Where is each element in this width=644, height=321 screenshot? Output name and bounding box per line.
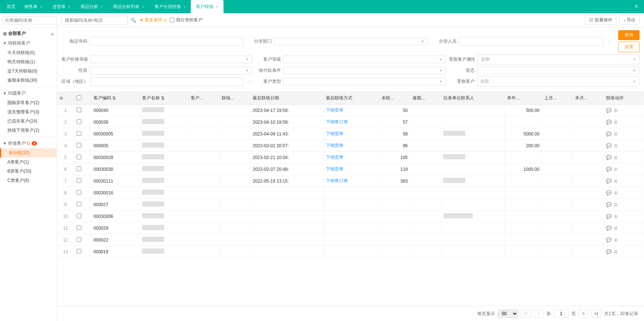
reset-button[interactable]: 设置 [618,42,640,52]
th-last-month[interactable]: 上月... [542,92,573,105]
grid-action-icon[interactable]: ⊞ [614,237,617,243]
retail-customer-select[interactable]: 全部 ▼ [477,77,640,87]
grid-action-icon[interactable]: ⊞ [614,190,617,195]
category-search-input[interactable] [2,16,57,24]
home-tab[interactable]: 首页 [3,0,19,13]
collapse-sidebar-icon[interactable]: « [51,31,54,37]
phone-input[interactable] [89,37,243,46]
grid-action-icon[interactable]: ⊞ [614,155,617,160]
row-last-method-1[interactable]: 下销货单 [323,105,379,116]
close-customer-segment-icon[interactable]: × [183,4,186,9]
row-last-method-3[interactable]: 下销货单 [323,128,379,140]
th-checkbox[interactable] [74,92,91,105]
region-input[interactable] [90,77,243,86]
person-more-icon[interactable]: ··· [606,39,612,44]
dept-select[interactable]: ▼ [274,38,427,45]
page-size-select[interactable]: 50 100 200 [498,309,518,318]
message-icon[interactable]: 💬 [606,179,612,184]
payment-select[interactable]: ▼ [283,67,446,74]
search-input[interactable] [61,16,128,25]
row-checkbox-7[interactable] [74,175,91,187]
th-uncontacted[interactable]: 未联... [379,92,410,105]
my-customers-checkbox-label[interactable]: 我分管的客户 [170,17,203,23]
sidebar-item-churned[interactable]: 已流失客户(24) [0,117,57,126]
message-icon[interactable]: 💬 [606,214,612,219]
nature-select[interactable]: ▼ [89,67,252,74]
row-checkbox-1[interactable] [74,105,91,116]
th-last-method[interactable]: 最后联络方式 [323,92,379,105]
th-settings[interactable]: ⚙ [57,92,74,105]
th-code[interactable]: 客户编码 ⇅ [91,92,140,105]
tab-product-analysis-list[interactable]: 商品分析列表 × [108,0,149,13]
message-icon[interactable]: 💬 [606,226,612,231]
sidebar-item-overdue-pending[interactable]: 逾期未联络(30) [0,76,57,85]
message-icon[interactable]: 💬 [606,249,612,254]
row-checkbox-12[interactable] [74,234,91,246]
row-last-method-4[interactable]: 下销货单 [323,140,379,152]
person-input[interactable] [459,37,603,46]
last-page-button[interactable]: >| [591,310,601,318]
my-customers-checkbox[interactable] [170,18,175,22]
search-button[interactable]: 🔍 [131,18,136,23]
row-checkbox-6[interactable] [74,163,91,175]
row-checkbox-8[interactable] [74,187,91,199]
settings-icon[interactable]: ⚙ [59,96,63,101]
sidebar-item-churn-warning[interactable]: 流失预警客户(3) [0,107,57,117]
sidebar-item-today-pending[interactable]: 今天待联络(0) [0,48,57,57]
sidebar-item-b-class[interactable]: B类客户(33) [0,167,57,176]
problem-customers-group[interactable]: ▼ 问题客户 [0,88,57,98]
grid-action-icon[interactable]: ⊞ [614,214,617,219]
batch-operation-button[interactable]: ☑ 批量操作 [585,15,616,25]
sidebar-item-a-class[interactable]: A类客户(1) [0,158,57,167]
row-checkbox-9[interactable] [74,199,91,211]
value-customers-group[interactable]: ▼ 价值客户 ↻ ● [0,138,57,148]
message-icon[interactable]: 💬 [606,143,612,148]
sidebar-item-abnormal-hoarding[interactable]: 囤购异常客户(2) [0,98,57,107]
close-sales-order-icon[interactable]: × [40,4,42,9]
grid-action-icon[interactable]: ⊞ [614,167,617,172]
row-last-method-6[interactable]: 下销货单 [323,163,379,175]
region-more-icon[interactable]: ··· [246,79,252,84]
grid-action-icon[interactable]: ⊞ [614,249,617,254]
close-product-analysis-list-icon[interactable]: × [142,4,144,9]
row-checkbox-2[interactable] [74,116,91,128]
page-number-input[interactable] [554,310,569,318]
message-icon[interactable]: 💬 [606,120,612,125]
tab-product-analysis[interactable]: 商品分析 × [75,0,108,13]
message-icon[interactable]: 💬 [606,190,612,195]
row-checkbox-13[interactable] [74,246,91,258]
sidebar-item-7day-pending[interactable]: 近7天待联络(0) [0,67,57,76]
row-checkbox-4[interactable] [74,140,91,152]
sidebar-item-c-class[interactable]: C类客户(6) [0,176,57,185]
row-checkbox-11[interactable] [74,222,91,234]
th-year-amount[interactable]: 本年... [505,92,542,105]
sidebar-item-ungrouped[interactable]: 未分组(32) [0,148,57,158]
th-type[interactable]: 客户... [189,92,219,105]
query-button[interactable]: 查询 [618,30,640,40]
grid-action-icon[interactable]: ⊞ [614,202,617,207]
message-icon[interactable]: 💬 [606,202,612,207]
grid-action-icon[interactable]: ⊞ [614,143,617,148]
refresh-icon[interactable]: ↻ [27,141,31,146]
row-checkbox-10[interactable] [74,211,91,222]
grid-action-icon[interactable]: ⊞ [614,108,617,113]
message-icon[interactable]: 💬 [606,167,612,172]
all-customers-header[interactable]: ⊞ 全部客户 « [0,28,57,38]
grid-action-icon[interactable]: ⊞ [614,120,617,125]
row-last-method-2[interactable]: 下销售订单 [323,116,379,128]
customer-type-select[interactable]: ▼ [283,78,446,85]
grid-action-icon[interactable]: ⊞ [614,226,617,231]
select-all-checkbox[interactable] [77,95,81,100]
price-grade-select[interactable]: ▼ [90,56,252,63]
prev-page-button[interactable]: < [534,310,543,318]
grid-action-icon[interactable]: ⊞ [614,179,617,184]
close-all-icon[interactable]: × [632,3,641,10]
message-icon[interactable]: 💬 [606,155,612,160]
export-button[interactable]: ↓ 导出 [619,15,640,25]
tab-customer-segment[interactable]: 客户分层经客 × [149,0,191,13]
row-last-method-7[interactable]: 下销售订单 [323,175,379,187]
row-last-method-5[interactable]: 下销货单 [323,152,379,163]
row-checkbox-5[interactable] [74,152,91,163]
more-filters-button[interactable]: ▼ 更多条件 ∧ [139,17,167,23]
th-contact[interactable]: 联络... [219,92,250,105]
